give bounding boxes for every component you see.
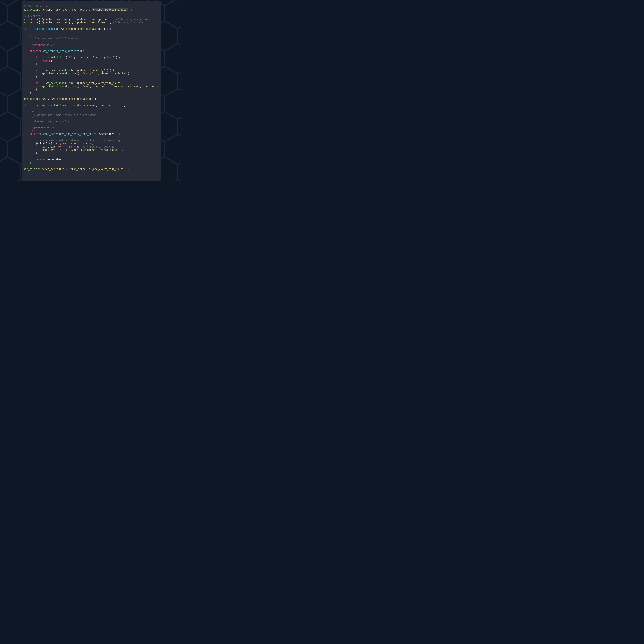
comment: // Main function.: [23, 5, 49, 8]
selected-text[interactable]: 'grabber_publish_tweets': [92, 8, 128, 11]
code-content: // Main function. add_action( 'grabber_c…: [23, 2, 161, 171]
builtin: function_exists: [34, 27, 57, 30]
doc-tag: @return: [34, 43, 45, 46]
fn-def: wp_grabber_cron_activation: [43, 50, 83, 53]
code-editor[interactable]: // Main function. add_action( 'grabber_c…: [22, 1, 161, 181]
docblock: /**: [30, 34, 34, 37]
paren: (: [39, 8, 40, 11]
keyword-if: if: [23, 27, 26, 30]
keyword-function: function: [30, 50, 42, 53]
fn-call: add_action: [23, 8, 39, 11]
string: 'grabber_cron_every_four_hours': [42, 8, 89, 11]
keyword-return: return: [42, 59, 51, 62]
comment: // Cleaners.: [23, 15, 42, 18]
